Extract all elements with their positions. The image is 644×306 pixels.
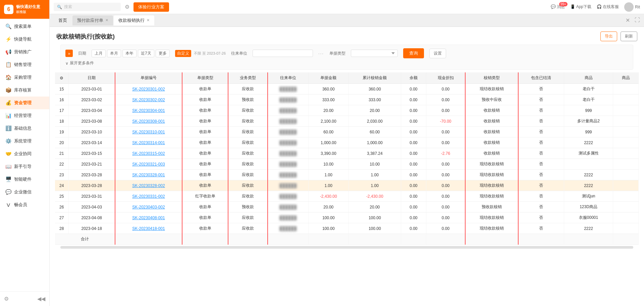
cell-doc-no: SK-20230328-002 <box>115 180 182 191</box>
cell-date: 2023-04-08 <box>68 212 115 223</box>
date-btn-更多[interactable]: 更多 <box>156 50 170 57</box>
cell-cancel-amount: 3,387.24 <box>348 148 401 159</box>
doc-no-link[interactable]: SK-20230302-002 <box>132 98 165 102</box>
sidebar-item-finance[interactable]: 💰资金管理 <box>0 97 49 109</box>
cell-cancel-type: 现结收款核销 <box>465 159 518 170</box>
sidebar-item-basic[interactable]: ℹ️基础信息 <box>0 122 49 135</box>
date-btn-近7天[interactable]: 近7天 <box>138 50 154 57</box>
cell-include-cleared: 否 <box>518 127 564 137</box>
doc-no-link[interactable]: SK-20230408-001 <box>132 216 165 220</box>
query-btn[interactable]: 查询 <box>403 48 424 58</box>
expand-more-btn[interactable]: ∨ 展开更多条件 <box>65 60 628 66</box>
tab-close-receipt-cancel[interactable]: ✕ <box>147 18 150 22</box>
cell-doc-no: SK-20230301-002 <box>115 84 182 95</box>
doc-no-link[interactable]: SK-20230328-002 <box>132 183 165 188</box>
cell-cancel-amount: 100.00 <box>348 223 401 234</box>
sidebar-item-hardware[interactable]: 🖥️智能硬件 <box>0 173 49 186</box>
page-title: 收款核销执行(按收款) <box>56 33 115 41</box>
cell-date: 2023-03-28 <box>68 170 115 180</box>
doc-no-link[interactable]: SK-20230310-001 <box>132 130 165 134</box>
sidebar-item-quick[interactable]: ⚡快捷导航 <box>0 33 49 46</box>
cell-amount: -2,430.00 <box>308 191 348 202</box>
doc-no-link[interactable]: SK-20230304-001 <box>132 108 165 113</box>
sidebar-nav: 🔍搜索菜单⚡快捷导航📢营销推广📋销售管理🏠采购管理📦库存核算💰资金管理📊经营管理… <box>0 19 49 291</box>
cell-amount: 60.00 <box>308 127 348 137</box>
cell-balance: 0.00 <box>401 202 426 212</box>
cell-doc-no: SK-20230321-003 <box>115 159 182 170</box>
table-row: 20 2023-03-14 SK-20230314-001 收款单 应收款 ██… <box>55 137 639 148</box>
export-btn[interactable]: 导出 <box>600 32 617 41</box>
doc-no-link[interactable]: SK-20230314-001 <box>132 140 165 145</box>
cell-doc-type: 红字收款单 <box>182 191 228 202</box>
tab-receipt-cancel[interactable]: 收款核销执行✕ <box>114 15 154 25</box>
setting-btn[interactable]: 设置 <box>429 49 446 58</box>
settings-icon[interactable]: ⚙ <box>4 296 9 302</box>
sidebar-item-operation[interactable]: 📊经营管理 <box>0 109 49 122</box>
tab-prepay[interactable]: 预付款应付单✕ <box>72 15 113 25</box>
app-download-btn[interactable]: 📱 App下载 <box>570 4 591 10</box>
sidebar-item-system[interactable]: ⚙️系统管理 <box>0 135 49 147</box>
cell-no: 18 <box>55 116 68 127</box>
cell-counterparty: ██████ <box>268 137 309 148</box>
cell-biz-type: 应收款 <box>228 137 267 148</box>
sidebar-item-inventory[interactable]: 📦库存核算 <box>0 84 49 97</box>
cell-cancel-amount: 20.00 <box>348 105 401 116</box>
doc-no-link[interactable]: SK-20230321-003 <box>132 162 165 167</box>
date-btn-本年[interactable]: 本年 <box>122 50 137 57</box>
sidebar-item-purchase[interactable]: 🏠采购管理 <box>0 71 49 84</box>
tab-close-all[interactable]: ✕ <box>626 17 630 23</box>
sidebar-item-marketing[interactable]: 📢营销推广 <box>0 46 49 58</box>
cell-goods: 999 <box>564 105 613 116</box>
sidebar-item-member[interactable]: V畅会员 <box>0 198 49 211</box>
doc-no-link[interactable]: SK-20230301-002 <box>132 87 165 91</box>
cell-balance: 0.00 <box>401 180 426 191</box>
date-btn-本月[interactable]: 本月 <box>107 50 121 57</box>
cell-doc-type: 收款单 <box>182 202 228 212</box>
cell-counterparty: ██████ <box>268 148 309 159</box>
sidebar-item-wechat[interactable]: 💬企业微信 <box>0 186 49 198</box>
search-bar[interactable]: 🔍 搜索 <box>54 3 121 11</box>
cell-doc-type: 收款单 <box>182 137 228 148</box>
horizontal-scrollbar[interactable] <box>60 246 633 249</box>
cell-cash-discount: 0.00 <box>426 105 465 116</box>
cell-date: 2023-03-21 <box>68 159 115 170</box>
tab-expand[interactable]: ⛶ <box>635 17 640 23</box>
cell-doc-type: 收款单 <box>182 127 228 137</box>
collapse-icon[interactable]: ◀◀ <box>37 296 45 302</box>
col-header-settings[interactable]: ⚙ <box>55 72 68 84</box>
cell-goods2 <box>613 191 639 202</box>
tab-close-prepay[interactable]: ✕ <box>105 18 108 22</box>
doc-no-link[interactable]: SK-20230308-001 <box>132 119 165 124</box>
industry-btn[interactable]: 体验行业方案 <box>133 2 169 12</box>
doc-no-link[interactable]: SK-20230328-001 <box>132 173 165 177</box>
user-avatar[interactable]: Rit <box>624 2 640 12</box>
cell-doc-type: 收款单 <box>182 180 228 191</box>
cell-amount: 100.00 <box>308 223 348 234</box>
online-service-btn[interactable]: 🎧 在线客服 <box>597 4 619 10</box>
cell-biz-type: 应收款 <box>228 191 267 202</box>
message-btn[interactable]: 💬 消息 99+ <box>551 4 565 10</box>
custom-date-btn[interactable]: 自定义 <box>175 50 191 57</box>
sidebar-item-corp[interactable]: 🤝企业协同 <box>0 147 49 160</box>
nav-icon-operation: 📊 <box>5 113 11 119</box>
counterparty-input[interactable] <box>253 50 313 57</box>
receipt-type-select[interactable] <box>351 50 398 57</box>
nav-label-guide: 新手引导 <box>14 164 32 170</box>
cell-doc-type: 收款单 <box>182 116 228 127</box>
tab-home[interactable]: 首页 <box>54 15 72 25</box>
sidebar: 6 畅快通好生意 标推版 🔍搜索菜单⚡快捷导航📢营销推广📋销售管理🏠采购管理📦库… <box>0 0 50 306</box>
settings-gear-icon[interactable]: ⚙ <box>125 4 129 10</box>
refresh-btn[interactable]: 刷新 <box>621 32 637 41</box>
cell-include-cleared: 否 <box>518 170 564 180</box>
filter-expand-arrow[interactable]: » <box>65 50 73 57</box>
sidebar-item-guide[interactable]: 📖新手引导 <box>0 160 49 173</box>
doc-no-link[interactable]: SK-20230331-002 <box>132 194 165 199</box>
sidebar-item-sales[interactable]: 📋销售管理 <box>0 58 49 71</box>
sidebar-item-search[interactable]: 🔍搜索菜单 <box>0 20 49 33</box>
doc-no-link[interactable]: SK-20230403-002 <box>132 205 165 209</box>
doc-no-link[interactable]: SK-20230418-001 <box>132 226 165 231</box>
cell-date: 2023-03-02 <box>68 95 115 105</box>
date-btn-上月[interactable]: 上月 <box>92 50 106 57</box>
cell-goods: 测试jun <box>564 191 613 202</box>
doc-no-link[interactable]: SK-20230315-002 <box>132 151 165 156</box>
